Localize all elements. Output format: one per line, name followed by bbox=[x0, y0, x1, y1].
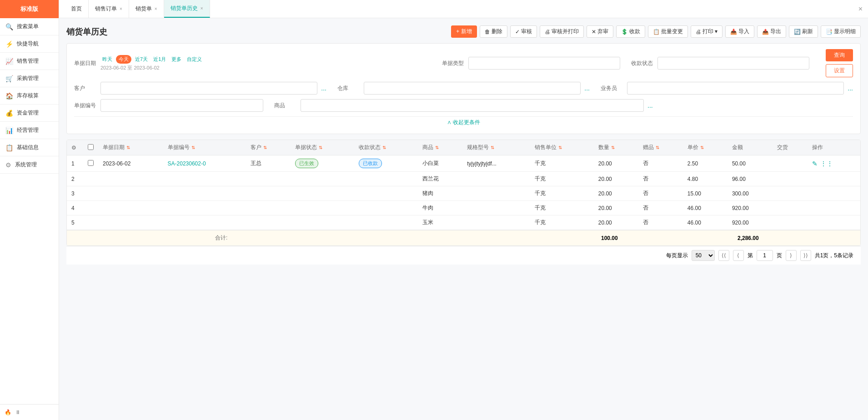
page-prev-button[interactable]: ⟨ bbox=[733, 250, 744, 261]
sidebar-collapse-icon[interactable]: 🔥 bbox=[5, 409, 11, 415]
col-product[interactable]: 商品 ⇅ bbox=[418, 140, 462, 155]
col-settings[interactable]: ⚙ bbox=[67, 140, 83, 155]
tab-sales-history[interactable]: 销货单历史 × bbox=[164, 0, 210, 18]
new-button[interactable]: + 新增 bbox=[451, 25, 477, 38]
warehouse-picker-icon[interactable]: ... bbox=[584, 85, 590, 92]
product-picker-icon[interactable]: ... bbox=[647, 102, 653, 109]
audit-print-button[interactable]: 🖨 审核并打印 bbox=[540, 25, 584, 38]
page-number-input[interactable] bbox=[757, 250, 773, 261]
col-date[interactable]: 单据日期 ⇅ bbox=[98, 140, 163, 155]
filter-staff: 业务员 ... bbox=[601, 82, 853, 95]
col-customer[interactable]: 客户 ⇅ bbox=[246, 140, 291, 155]
show-detail-button[interactable]: 📑 显示明细 bbox=[821, 25, 861, 38]
cell-checkbox bbox=[83, 186, 98, 201]
col-qty[interactable]: 数量 ⇅ bbox=[594, 140, 638, 155]
filter-customer: 客户 ... bbox=[74, 82, 326, 95]
cart-icon: 🛒 bbox=[5, 75, 13, 82]
sidebar-item-finance[interactable]: 💰 资金管理 bbox=[0, 105, 59, 122]
doc-type-select[interactable] bbox=[468, 57, 620, 70]
query-button[interactable]: 查询 bbox=[826, 49, 853, 61]
cell-product: 小白菜 bbox=[418, 155, 462, 172]
batch-change-button[interactable]: 📋 批量变更 bbox=[648, 25, 688, 38]
page-first-button[interactable]: ⟨⟨ bbox=[718, 250, 729, 261]
filter-doc-type: 单据类型 bbox=[442, 57, 620, 70]
cell-customer bbox=[246, 186, 291, 201]
sidebar-pause-icon[interactable]: ⏸ bbox=[15, 409, 20, 415]
table-row: 3 猪肉 千克 20.00 否 15.00 300.00 bbox=[67, 186, 860, 201]
staff-input[interactable] bbox=[627, 82, 844, 95]
product-input[interactable] bbox=[301, 99, 644, 112]
filter-collapse-button[interactable]: ∧ 收起更条件 bbox=[74, 116, 853, 128]
doc-no-input[interactable] bbox=[100, 99, 263, 112]
collect-button[interactable]: 💲 收款 bbox=[616, 25, 645, 38]
warehouse-input[interactable] bbox=[364, 82, 581, 95]
col-unit[interactable]: 销售单位 ⇅ bbox=[530, 140, 594, 155]
sidebar-item-inventory[interactable]: 🏠 库存核算 bbox=[0, 87, 59, 105]
cell-index: 1 bbox=[67, 155, 83, 172]
sidebar-logo: 标准版 bbox=[0, 0, 59, 18]
close-tab-sales-order[interactable]: × bbox=[120, 6, 122, 11]
page-last-button[interactable]: ⟩⟩ bbox=[800, 250, 811, 261]
tab-home[interactable]: 首页 bbox=[65, 0, 89, 18]
date-today[interactable]: 今天 bbox=[116, 55, 131, 64]
date-yesterday[interactable]: 昨天 bbox=[100, 55, 114, 64]
sidebar-item-purchase[interactable]: 🛒 采购管理 bbox=[0, 70, 59, 87]
sidebar-item-sales[interactable]: 📈 销售管理 bbox=[0, 53, 59, 70]
staff-picker-icon[interactable]: ... bbox=[848, 85, 853, 92]
refresh-button[interactable]: 🔄 刷新 bbox=[789, 25, 818, 38]
cell-amount: 920.00 bbox=[728, 215, 773, 230]
edit-icon[interactable]: ✎ bbox=[812, 160, 818, 167]
filter-row-1: 单据日期 昨天 今天 近7天 近1月 更多 自定义 2023-06-02 至 2… bbox=[74, 49, 853, 77]
date-1month[interactable]: 近1月 bbox=[151, 55, 168, 64]
page-size-select[interactable]: 50 20 100 bbox=[692, 250, 715, 261]
more-icon[interactable]: ⋮⋮ bbox=[820, 160, 833, 167]
close-tab-sales-history[interactable]: × bbox=[201, 6, 203, 11]
sort-gift-icon: ⇅ bbox=[656, 145, 659, 150]
settings-button[interactable]: 设置 bbox=[826, 64, 853, 77]
payment-status-select[interactable] bbox=[657, 57, 809, 70]
tab-sales-order[interactable]: 销售订单 × bbox=[89, 0, 129, 18]
row-checkbox[interactable] bbox=[88, 160, 94, 166]
sidebar-item-label: 采购管理 bbox=[17, 75, 39, 82]
customer-label: 客户 bbox=[74, 85, 97, 92]
print-button[interactable]: 🖨 打印 ▾ bbox=[691, 25, 722, 38]
col-gift[interactable]: 赠品 ⇅ bbox=[638, 140, 683, 155]
col-spec[interactable]: 规格型号 ⇅ bbox=[462, 140, 530, 155]
cell-date bbox=[98, 201, 163, 215]
cell-date bbox=[98, 215, 163, 230]
select-all-checkbox[interactable] bbox=[88, 144, 94, 150]
cell-qty: 20.00 bbox=[594, 155, 638, 172]
sidebar-item-quick-nav[interactable]: ⚡ 快捷导航 bbox=[0, 35, 59, 53]
col-payment-status[interactable]: 收款状态 ⇅ bbox=[354, 140, 418, 155]
date-custom[interactable]: 自定义 bbox=[185, 55, 204, 64]
sidebar-item-base-info[interactable]: 📋 基础信息 bbox=[0, 139, 59, 156]
import-button[interactable]: 📥 导入 bbox=[725, 25, 754, 38]
customer-picker-icon[interactable]: ... bbox=[321, 85, 326, 92]
date-7days[interactable]: 近7天 bbox=[133, 55, 150, 64]
col-doc-status[interactable]: 单据状态 ⇅ bbox=[291, 140, 354, 155]
search-icon: 🔍 bbox=[5, 23, 13, 30]
cell-actions bbox=[808, 186, 860, 201]
sidebar-item-search-menu[interactable]: 🔍 搜索菜单 bbox=[0, 18, 59, 35]
window-close-icon[interactable]: × bbox=[858, 5, 863, 13]
export-button[interactable]: 📤 导出 bbox=[757, 25, 786, 38]
col-doc-no[interactable]: 单据编号 ⇅ bbox=[163, 140, 246, 155]
cell-gift: 否 bbox=[638, 215, 683, 230]
sidebar-item-sys-mgmt[interactable]: ⚙ 系统管理 bbox=[0, 156, 59, 174]
table-footer: 合计: 100.00 2,286.00 bbox=[67, 230, 860, 245]
page-next-button[interactable]: ⟩ bbox=[786, 250, 797, 261]
cell-index: 4 bbox=[67, 201, 83, 215]
gear-icon: ⚙ bbox=[5, 161, 11, 169]
cell-date: 2023-06-02 bbox=[98, 155, 163, 172]
col-price[interactable]: 单价 ⇅ bbox=[683, 140, 728, 155]
revoke-button[interactable]: ✕ 弃审 bbox=[587, 25, 613, 38]
customer-input[interactable] bbox=[100, 82, 317, 95]
tab-sales-delivery[interactable]: 销货单 × bbox=[129, 0, 164, 18]
delete-button[interactable]: 🗑 删除 bbox=[480, 25, 507, 38]
cell-price: 2.50 bbox=[683, 155, 728, 172]
date-more[interactable]: 更多 bbox=[170, 55, 183, 64]
close-tab-sales-delivery[interactable]: × bbox=[155, 6, 157, 11]
audit-button[interactable]: ✓ 审核 bbox=[510, 25, 537, 38]
settings-icon[interactable]: ⚙ bbox=[71, 145, 76, 151]
sidebar-item-ops[interactable]: 📊 经营管理 bbox=[0, 122, 59, 139]
